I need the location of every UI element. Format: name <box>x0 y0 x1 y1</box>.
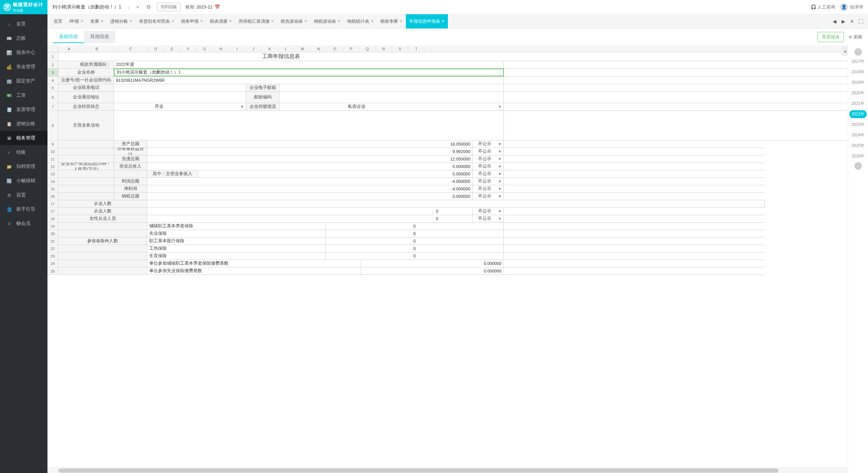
row-number[interactable]: 23 <box>47 252 58 260</box>
dock-collapse-icon[interactable]: ◀ <box>842 47 848 56</box>
row-number[interactable]: 16 <box>47 193 58 200</box>
column-header[interactable]: D <box>148 45 164 52</box>
field-value[interactable]: 0 <box>326 245 504 252</box>
field-value[interactable]: 0 <box>326 230 504 237</box>
field-value[interactable] <box>279 92 504 103</box>
close-icon[interactable]: ✕ <box>229 19 232 23</box>
dropdown[interactable]: 不公示▼ <box>473 215 504 222</box>
row-number[interactable]: 24 <box>47 260 58 267</box>
field-value[interactable] <box>147 200 765 207</box>
row-number[interactable]: 10 <box>47 148 58 155</box>
tab[interactable]: 进销台账✕ <box>107 14 136 29</box>
close-icon[interactable]: ✕ <box>271 19 274 23</box>
add-icon[interactable]: + <box>133 4 143 10</box>
tab[interactable]: i申报✕ <box>66 14 87 29</box>
tab-prev-button[interactable]: ◀ <box>830 17 839 26</box>
column-header[interactable]: C <box>114 45 148 52</box>
field-value[interactable]: 0 <box>326 223 504 230</box>
field-value[interactable]: 0.000000 <box>361 260 504 267</box>
row-number[interactable]: 1 <box>47 52 58 61</box>
column-header[interactable]: O <box>327 45 343 52</box>
fullscreen-button[interactable]: ⛶ <box>856 17 865 26</box>
sidebar-item-inout[interactable]: 📋进销台账 <box>0 117 47 131</box>
row-number[interactable]: 8 <box>47 111 58 140</box>
year-pill[interactable]: 2020年 <box>849 89 867 97</box>
row-number[interactable]: 12 <box>47 163 58 170</box>
close-icon[interactable]: ✕ <box>100 19 103 23</box>
field-value[interactable] <box>114 92 246 103</box>
tab[interactable]: 税务申报✕ <box>178 14 206 29</box>
year-pill[interactable]: 2021年 <box>849 100 867 108</box>
field-value[interactable]: 0.000000 <box>361 267 504 275</box>
close-icon[interactable]: ✕ <box>200 19 203 23</box>
dropdown[interactable]: 不公示▼ <box>473 170 504 177</box>
tab-close-all-button[interactable]: ✕ <box>848 17 856 26</box>
row-number[interactable]: 14 <box>47 178 58 185</box>
close-icon[interactable]: ✕ <box>371 19 374 23</box>
close-icon[interactable]: ✕ <box>171 19 174 23</box>
row-number[interactable]: 5 <box>47 84 58 92</box>
year-pill[interactable]: 2017年 <box>849 58 867 65</box>
field-value[interactable]: -4.000000 <box>147 178 473 185</box>
field-value[interactable]: 18.050000 <box>147 140 473 148</box>
row-number[interactable]: 21 <box>47 238 58 245</box>
tab[interactable]: 税表清册✕ <box>206 14 235 29</box>
subtab-other[interactable]: 其他信息 <box>84 31 115 43</box>
close-icon[interactable]: ✕ <box>337 19 340 23</box>
row-number[interactable]: 7 <box>47 103 58 111</box>
row-number[interactable]: 2 <box>47 61 58 69</box>
sidebar-item-ledger[interactable]: 📖总账 <box>0 31 47 45</box>
chevron-down-icon[interactable]: ⌄ <box>124 5 133 10</box>
row-number[interactable]: 4 <box>47 77 58 84</box>
close-icon[interactable]: ✕ <box>129 19 132 23</box>
column-header[interactable]: J <box>245 45 262 52</box>
year-pill[interactable]: 2022年 <box>849 110 867 118</box>
tab[interactable]: 纳税统计表✕ <box>344 14 377 29</box>
sidebar-item-asset[interactable]: 🏢固定资产 <box>0 74 47 88</box>
sidebar-item-salary[interactable]: 💵工资 <box>0 88 47 102</box>
column-header[interactable]: R <box>376 45 392 52</box>
column-header[interactable]: S <box>392 45 408 52</box>
year-pill[interactable]: 2025年 <box>849 142 867 150</box>
dropdown[interactable]: 不公示▼ <box>473 178 504 185</box>
field-value[interactable] <box>114 84 246 91</box>
company-name-input[interactable]: 刘小艳演示账套（勿删勿动！）1 <box>114 69 504 76</box>
field-value[interactable]: 0 <box>326 252 504 260</box>
column-header[interactable]: E <box>164 45 180 52</box>
row-number[interactable]: 25 <box>47 267 58 275</box>
field-value[interactable] <box>279 84 504 91</box>
tab[interactable]: 税检专家✕ <box>377 14 406 29</box>
dropdown[interactable]: 不公示▼ <box>473 155 504 163</box>
year-pill[interactable]: 2024年 <box>849 131 867 139</box>
account-selector[interactable]: 刘小艳演示账套（勿删勿动！）1 <box>52 4 121 10</box>
sidebar-item-archive[interactable]: 📁归档管理 <box>0 159 47 174</box>
close-icon[interactable]: ✕ <box>441 19 445 23</box>
dropdown[interactable]: 不公示▼ <box>473 185 504 192</box>
sidebar-item-close[interactable]: ✓结账 <box>0 145 47 159</box>
column-header[interactable]: M <box>294 45 311 52</box>
reset-report-button[interactable]: 重置报表 <box>817 32 844 42</box>
dropdown[interactable]: 不公示▼ <box>473 163 504 170</box>
column-header[interactable]: B <box>80 45 114 52</box>
dropdown[interactable]: 不公示▼ <box>473 140 504 148</box>
tab[interactable]: 首页 <box>50 14 66 29</box>
year-pill[interactable]: 2019年 <box>849 79 867 87</box>
year-scroll-down[interactable]: ⌄ <box>854 162 862 170</box>
sidebar-item-report[interactable]: 📊报表中心 <box>0 45 47 60</box>
row-number[interactable]: 18 <box>47 215 58 223</box>
row-number[interactable]: 11 <box>47 155 58 163</box>
tab[interactable]: 年报信息申报表✕ <box>406 14 448 29</box>
avatar[interactable]: 👤 <box>840 3 848 11</box>
column-header[interactable]: K <box>262 45 278 52</box>
column-header[interactable]: A <box>58 45 80 52</box>
sidebar-item-home[interactable]: ⌂首页 <box>0 17 47 31</box>
gear-icon[interactable]: ⚙ <box>143 4 154 10</box>
dropdown[interactable]: 不公示▼ <box>473 193 504 200</box>
field-value[interactable]: 2022年度 <box>114 61 504 68</box>
sidebar-item-guide[interactable]: 📘新手引导 <box>0 202 47 216</box>
refresh-button[interactable]: ⟳ 刷新 <box>849 34 863 40</box>
tab[interactable]: 发票✕ <box>87 14 107 29</box>
column-header[interactable]: H <box>213 45 229 52</box>
consult-link[interactable]: 🎧 人工咨询 <box>811 4 835 10</box>
row-number[interactable]: 20 <box>47 230 58 238</box>
